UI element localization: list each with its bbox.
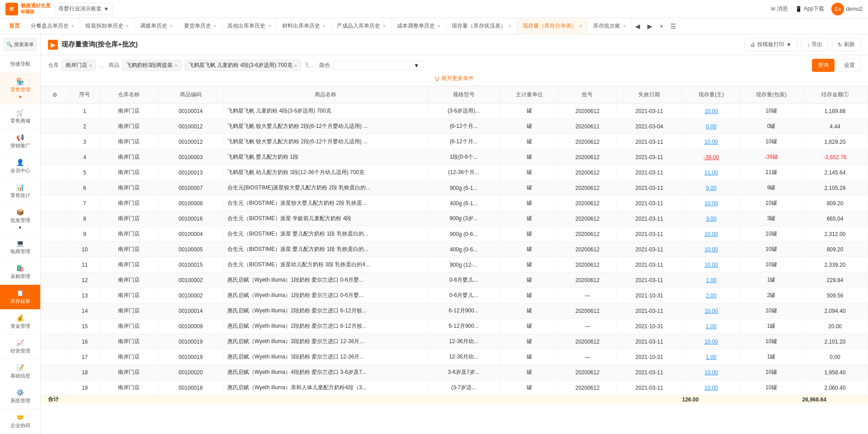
operations-label: 经营管理 [10, 348, 30, 354]
tab-stock-status[interactable]: 现存量（库存状况表） × [446, 18, 517, 34]
tab-disassemble-close[interactable]: × [126, 24, 129, 28]
marketing-label: 营销推广 [10, 142, 30, 149]
sidebar-item-enterprise[interactable]: 🤝 企业协同 [0, 409, 40, 434]
tab-stock-status-close[interactable]: × [509, 24, 511, 28]
username: demo2 [846, 6, 863, 12]
page-actions: 🖨 按模板打印 ▼ ↓ 导出 ↻ 刷新 [744, 38, 861, 51]
footer-label: 合计 [41, 396, 682, 404]
product-filter-more[interactable]: 飞... [304, 61, 314, 69]
cell-balance-0: 1,189.88 [802, 104, 868, 119]
tab-cost-adjust[interactable]: 成本调整单历史 × [392, 18, 446, 34]
tab-close-all-button[interactable]: × [656, 21, 667, 32]
top-bar: 好 畅捷通好生意 标题版 母婴行业演示账套 ▼ ✉ 消息 📱 App下载 Ea … [0, 0, 868, 18]
cell-balance-6: 809.20 [802, 196, 868, 211]
cell-expire-14: 2021-10-31 [617, 319, 682, 334]
settings-button[interactable]: 设置 [838, 59, 861, 72]
tab-next-button[interactable]: ▶ [644, 21, 656, 32]
avatar-text: Ea [835, 6, 841, 12]
tab-menu-button[interactable]: ☰ [667, 21, 680, 32]
message-label: 消息 [777, 5, 788, 13]
cell-warehouse-12: 南岸门店 [99, 288, 158, 303]
tab-material-out-close[interactable]: × [323, 24, 326, 28]
color-filter-select[interactable]: ▼ [333, 61, 423, 71]
product-filter-close-1[interactable]: × [294, 63, 297, 68]
warehouse-filter-group: 仓库 南岸门店 × ... [48, 60, 103, 71]
tab-product-in[interactable]: 产成品入库单历史 × [331, 18, 392, 34]
tab-disassemble[interactable]: 组装拆卸单历史 × [80, 18, 135, 34]
tab-cost-adjust-close[interactable]: × [438, 24, 440, 28]
tab-other-out-close[interactable]: × [268, 24, 271, 28]
sidebar-item-system[interactable]: ⚙️ 系统管理 [0, 384, 40, 409]
sidebar-item-basics[interactable]: 📝 基础信息 [0, 359, 40, 384]
sidebar-item-finance[interactable]: 💰 资金管理 [0, 310, 40, 335]
column-settings-icon[interactable]: ⚙ [52, 92, 57, 98]
tab-split-close[interactable]: × [71, 24, 74, 28]
cell-name-12: 惠氏启赋（Wyeth illuma）1段奶粉 爱尔兰进口 0-6月婴... [223, 288, 427, 303]
cell-code-16: 00100019 [158, 349, 223, 365]
quick-nav-button[interactable]: 快捷导航 [0, 58, 40, 70]
app-download-label: App下载 [804, 5, 824, 13]
query-button[interactable]: 查询 [812, 59, 835, 72]
th-warehouse: 仓库名称 [99, 86, 158, 104]
sidebar-item-retail-shop[interactable]: 🛒 零售商城 [0, 104, 40, 129]
member-label: 会员中心 [10, 167, 30, 174]
sidebar-item-member[interactable]: 👤 会员中心 [0, 154, 40, 179]
export-label: 导出 [811, 41, 822, 48]
tab-material-out[interactable]: 材料出库单历史 × [277, 18, 331, 34]
cell-expire-7: 2021-03-11 [617, 211, 682, 226]
product-filter-value-0: 飞鹤奶粉3段两提装 [126, 61, 173, 69]
sidebar-item-purchase[interactable]: 🛍️ 采购管理 [0, 260, 40, 285]
search-menu-button[interactable]: 🔍 搜索菜单 [4, 38, 37, 51]
warehouse-filter-tag: 南岸门店 × [61, 60, 96, 71]
cell-expire-16: 2021-10-31 [617, 349, 682, 365]
warehouse-filter-more[interactable]: ... [99, 62, 103, 69]
cell-code-12: 00100002 [158, 288, 223, 303]
sidebar-item-marketing[interactable]: 📢 营销推广 [0, 129, 40, 154]
tab-product-in-close[interactable]: × [383, 24, 386, 28]
refresh-button[interactable]: ↻ 刷新 [832, 38, 861, 51]
tab-batch-ledger[interactable]: 库存批次账 × [588, 18, 632, 34]
cell-name-15: 惠氏启赋（Wyeth illuma）3段奶粉 爱尔兰进口 12-36月... [223, 334, 427, 349]
export-button[interactable]: ↓ 导出 [801, 38, 828, 51]
table-row: 15 南岸门店 00100009 惠氏启赋（Wyeth illuma）2段奶粉 … [41, 319, 868, 334]
cell-unit-18: 罐 [500, 380, 558, 396]
tab-stock-dist-close[interactable]: × [580, 24, 582, 28]
sidebar-item-ecommerce[interactable]: 💻 电商管理 [0, 235, 40, 260]
tab-home[interactable]: 首页 [4, 22, 25, 30]
tab-batch-ledger-close[interactable]: × [623, 24, 626, 28]
tab-prev-button[interactable]: ◀ [632, 21, 644, 32]
sidebar-item-retail-stats[interactable]: 📊 零售统计 [0, 179, 40, 204]
th-settings[interactable]: ⚙ [41, 86, 70, 104]
expand-filter-button[interactable]: ▶ [48, 40, 58, 50]
cell-settings-4 [41, 165, 70, 180]
tab-other-out[interactable]: 其他出库单历史 × [222, 18, 277, 34]
sidebar-item-retail-mgmt[interactable]: 🏪 零售管理 ▼ [0, 73, 40, 104]
retail-stats-icon: 📊 [16, 184, 24, 191]
message-button[interactable]: ✉ 消息 [771, 5, 788, 13]
tab-split[interactable]: 分餐盘点单历史 × [25, 18, 80, 34]
tab-stock-status-label: 现存量（库存状况表） [452, 22, 506, 30]
cell-qty-1: 0.00 [682, 119, 741, 134]
tab-stock-dist[interactable]: 现存量（库存分布表） × [517, 18, 588, 34]
user-area[interactable]: Ea demo2 [831, 3, 863, 15]
sidebar-item-operations[interactable]: 📈 经营管理 [0, 335, 40, 359]
product-filter-close-0[interactable]: × [175, 63, 177, 68]
tab-request[interactable]: 要货单历史 × [179, 18, 222, 34]
sidebar-item-inventory[interactable]: 📋 库存核算 [0, 285, 40, 310]
cell-num-13: 14 [70, 303, 99, 319]
tab-request-close[interactable]: × [214, 24, 217, 28]
table-footer: 合计 126.00 26,968.64 [41, 396, 868, 404]
avatar: Ea [831, 3, 844, 15]
tab-transfer[interactable]: 调拨单历史 × [135, 18, 179, 34]
print-button[interactable]: 🖨 按模板打印 ▼ [744, 38, 797, 51]
cell-balance-2: 1,829.20 [802, 134, 868, 150]
cell-num-15: 16 [70, 334, 99, 349]
tab-transfer-close[interactable]: × [170, 24, 173, 28]
cell-code-9: 00100005 [158, 242, 223, 257]
enterprise-dropdown[interactable]: 母婴行业演示账套 ▼ [54, 3, 113, 15]
warehouse-filter-close[interactable]: × [89, 63, 92, 68]
sidebar-item-wholesale[interactable]: 📦 批发管理 ▼ [0, 204, 40, 235]
expand-more-filter[interactable]: ⋁ 展开更多条件 [48, 75, 861, 82]
cell-unit-7: 罐 [500, 211, 558, 226]
app-download-button[interactable]: 📱 App下载 [795, 5, 824, 13]
